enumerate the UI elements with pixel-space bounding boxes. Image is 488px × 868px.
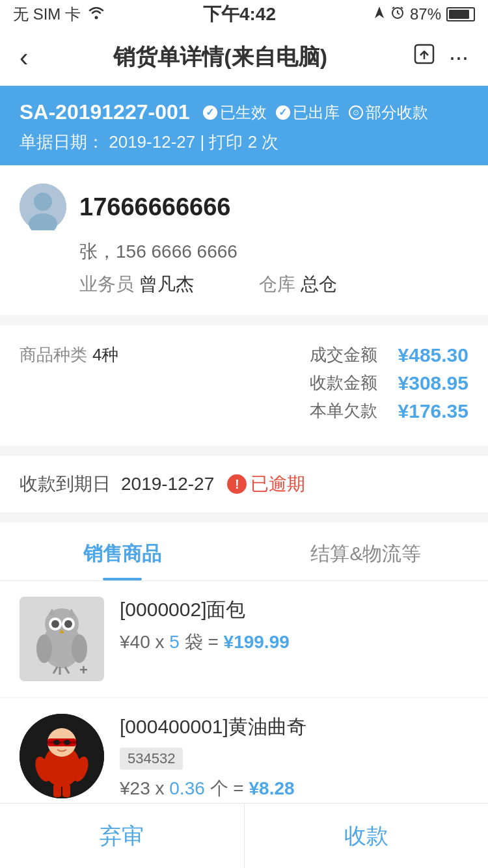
alarm-icon [390,5,405,23]
bottom-bar: 弃审 收款 [0,803,488,868]
product-name-1: [0000002]面包 [120,597,468,623]
deal-value: ¥485.30 [390,344,468,366]
customer-name: 张，156 6666 6666 [79,239,468,264]
product-unit-1: 袋 [185,632,203,652]
product-image-2 [20,714,104,798]
svg-point-20 [64,620,72,628]
svg-marker-1 [375,7,384,18]
status-badges: ✓ 已生效 ✓ 已出库 ⊙ 部分收款 [203,102,428,123]
svg-point-34 [64,740,70,745]
svg-point-19 [51,620,59,628]
abandon-review-button[interactable]: 弃审 [0,804,245,868]
customer-row: 17666666666 [20,183,468,230]
tab-settlement[interactable]: 结算&物流等 [244,522,488,580]
share-icon[interactable] [413,42,436,72]
product-ninja-icon [20,714,104,798]
product-qty-1: 5 [169,632,180,652]
nav-bar: ‹ 销货单详情(来自电脑) ··· [0,29,488,86]
due-label: 收款到期日 [20,472,111,496]
order-meta-label: 单据日期： [20,132,104,152]
receive-value: ¥308.95 [390,372,468,394]
product-price-2: ¥23 [120,778,150,798]
order-header: SA-20191227-001 ✓ 已生效 ✓ 已出库 ⊙ 部分收款 单据日期：… [0,86,488,165]
product-item-1: + [0000002]面包 ¥40 x 5 袋 = ¥199.99 [0,581,488,697]
overdue-badge: ! 已逾期 [227,472,305,496]
product-item-2: [000400001]黄油曲奇 534532 ¥23 x 0.36 个 = ¥8… [0,698,488,817]
battery-label: 87% [410,5,441,23]
product-price-1: ¥40 [120,632,150,652]
sales-label: 业务员 [79,272,134,297]
summary-type: 商品种类 4种 [20,344,244,366]
tab-sales-products[interactable]: 销售商品 [0,522,244,580]
product-owl-icon: + [20,597,104,681]
collect-payment-button[interactable]: 收款 [245,804,489,868]
clock-icon: ⊙ [349,105,363,120]
back-button[interactable]: ‹ [20,44,28,70]
svg-point-33 [53,740,60,745]
summary-section: 商品种类 4种 成交金额 ¥485.30 收款金额 ¥308.95 本单欠款 ¥… [0,325,488,446]
tabs-row: 销售商品 结算&物流等 [0,522,488,580]
badge-shipped: ✓ 已出库 [276,102,340,123]
due-section: 收款到期日 2019-12-27 ! 已逾期 [0,456,488,512]
deal-label: 成交金额 [310,344,377,366]
due-date: 2019-12-27 [121,474,214,495]
warehouse-name: 总仓 [301,272,337,297]
carrier-label: 无 SIM 卡 [13,4,81,25]
tabs-section: 销售商品 结算&物流等 [0,522,488,581]
debt-value: ¥176.35 [390,400,468,422]
status-time: 下午4:42 [203,2,276,27]
customer-id: 17666666666 [79,193,230,221]
overdue-icon: ! [227,474,247,494]
customer-section: 17666666666 张，156 6666 6666 业务员 曾凡杰 仓库 总… [0,165,488,315]
check-icon-1: ✓ [203,105,217,120]
product-sku-2: 534532 [120,748,183,770]
svg-line-6 [401,7,403,8]
battery-icon [446,7,475,21]
status-right: 87% [373,5,475,23]
summary-right: 成交金额 ¥485.30 收款金额 ¥308.95 本单欠款 ¥176.35 [244,344,468,427]
svg-text:+: + [79,662,88,678]
svg-point-23 [72,634,87,663]
more-icon[interactable]: ··· [449,44,468,71]
receive-label: 收款金额 [310,372,377,394]
svg-point-10 [34,193,52,211]
svg-line-4 [398,13,400,14]
customer-info-row: 业务员 曾凡杰 仓库 总仓 [79,272,468,297]
badge-partial-payment: ⊙ 部分收款 [349,102,428,123]
customer-avatar [20,183,66,230]
debt-row: 本单欠款 ¥176.35 [244,400,468,422]
product-name-2: [000400001]黄油曲奇 [120,714,468,740]
svg-point-22 [36,634,52,663]
svg-rect-37 [53,784,61,797]
product-price-row-1: ¥40 x 5 袋 = ¥199.99 [120,630,468,655]
sales-name: 曾凡杰 [139,272,194,297]
type-value: 4种 [92,344,118,366]
wifi-icon [87,5,105,23]
product-price-row-2: ¥23 x 0.36 个 = ¥8.28 [120,776,468,801]
order-meta-date: 2019-12-27 [109,132,195,152]
check-icon-2: ✓ [276,105,290,120]
overdue-text: 已逾期 [251,472,305,496]
badge-effective: ✓ 已生效 [203,102,267,123]
deal-row: 成交金额 ¥485.30 [244,344,468,366]
svg-rect-32 [47,741,76,744]
product-details-2: [000400001]黄油曲奇 534532 ¥23 x 0.36 个 = ¥8… [120,714,468,801]
location-icon [373,5,385,23]
warehouse-label: 仓库 [259,272,295,297]
nav-actions: ··· [413,42,468,72]
product-unit-2: 个 [210,778,228,798]
summary-left: 商品种类 4种 [20,344,244,369]
debt-label: 本单欠款 [310,400,377,422]
status-left: 无 SIM 卡 [13,4,105,25]
product-total-1: ¥199.99 [224,632,290,652]
status-bar: 无 SIM 卡 下午4:42 87% [0,0,488,29]
svg-rect-38 [62,784,70,797]
order-meta-print: | 打印 2 次 [200,132,278,152]
product-qty-2: 0.36 [169,778,205,798]
svg-line-5 [392,7,394,8]
product-details-1: [0000002]面包 ¥40 x 5 袋 = ¥199.99 [120,597,468,655]
type-label: 商品种类 [20,344,87,366]
page-title: 销货单详情(来自电脑) [28,42,413,72]
receive-row: 收款金额 ¥308.95 [244,372,468,394]
order-id: SA-20191227-001 [20,100,190,124]
